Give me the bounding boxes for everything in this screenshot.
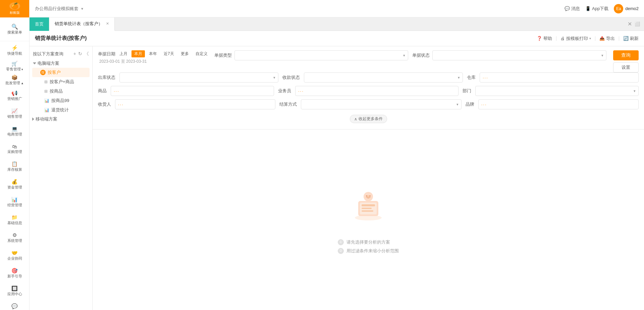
- tab-sales-stat-label: 销货单统计表（按客户）: [55, 21, 103, 27]
- receipt-select[interactable]: ▾: [304, 72, 463, 83]
- department-label: 部门: [463, 88, 471, 94]
- tree-mobile-group[interactable]: 移动端方案: [30, 115, 92, 123]
- date-btn-this-year[interactable]: 本年: [146, 50, 160, 57]
- sidebar-item-enterprise-wechat[interactable]: 💬 企业微信: [0, 300, 29, 310]
- query-actions: 查询 设置: [613, 50, 639, 72]
- sidebar-item-sales-mgmt[interactable]: 📈 销售管理: [0, 105, 29, 122]
- goods-select[interactable]: ···: [111, 86, 274, 96]
- chart-icon-goods-99: 📊: [44, 98, 49, 103]
- tree-group-label-desktop: 电脑端方案: [38, 60, 59, 66]
- export-btn[interactable]: 📤 导出: [599, 36, 615, 42]
- sidebar-search[interactable]: 🔍 搜索菜单: [0, 17, 29, 41]
- right-panel: 单据日期 上月 本月 本年 近7天 更多 自定义 2023: [93, 46, 644, 310]
- export-icon: 📤: [599, 36, 605, 41]
- payment-label: 结算方式: [279, 101, 297, 107]
- tree-desktop-group: 电脑端方案 按 按客户 ⊞ 按客户+商品 ⊞ 按商品: [30, 59, 92, 115]
- sidebar-item-search-menu[interactable]: 🔍 搜索菜单: [0, 20, 29, 38]
- salesperson-select[interactable]: ···: [295, 86, 459, 96]
- department-select[interactable]: ▾: [475, 86, 639, 96]
- add-scheme-btn[interactable]: +: [73, 51, 76, 57]
- svg-point-7: [366, 195, 367, 197]
- grid-icon-customer-goods: ⊞: [44, 80, 48, 84]
- tree-group-label-mobile: 移动端方案: [36, 116, 57, 122]
- page-title: 销货单统计表(按客户): [35, 35, 87, 46]
- print-icon: 🖨: [560, 36, 565, 41]
- tree-item-by-customer-goods[interactable]: ⊞ 按客户+商品: [32, 77, 90, 87]
- filter-row-2: 出库状态 ▾ 收款状态 ▾ 仓库 ···: [98, 72, 639, 83]
- collapse-panel-btn[interactable]: 《: [84, 51, 89, 57]
- tree-item-by-goods[interactable]: ⊞ 按商品: [32, 87, 90, 96]
- logo-area[interactable]: 🍊 标账版: [0, 0, 29, 17]
- app-download-btn[interactable]: 📱 App下载: [585, 6, 608, 12]
- message-btn[interactable]: 💬 消息: [565, 6, 580, 12]
- order-type-select[interactable]: ▾: [234, 50, 409, 60]
- order-status-select[interactable]: ▾: [432, 50, 606, 60]
- divider1: [556, 36, 556, 41]
- date-btn-custom[interactable]: 自定义: [193, 50, 210, 57]
- tree-group-chevron-mobile: [32, 117, 34, 121]
- collapse-btn[interactable]: ∧ 收起更多条件: [350, 115, 387, 123]
- query-btn[interactable]: 查询: [613, 50, 639, 60]
- app-download-icon: 📱: [585, 6, 591, 11]
- maximize-window-icon[interactable]: ⬜: [635, 21, 640, 27]
- warehouse-select[interactable]: ···: [480, 72, 639, 83]
- refresh-icon: 🔄: [623, 36, 629, 41]
- tab-sales-stat[interactable]: 销货单统计表（按客户） ✕: [49, 17, 115, 31]
- filter-row-1: 单据日期 上月 本月 本年 近7天 更多 自定义 2023: [98, 50, 639, 72]
- tree-item-by-goods-99[interactable]: 📊 按商品99: [32, 96, 90, 105]
- empty-icon: [348, 186, 388, 232]
- sidebar-item-purchase-mgmt[interactable]: 🛍 采购管理: [0, 140, 29, 158]
- grid-icon-goods: ⊞: [44, 89, 48, 94]
- sidebar-item-biz-mgmt[interactable]: 📊 经营管理: [0, 193, 29, 211]
- sidebar-item-app-center[interactable]: 🔲 应用中心: [0, 282, 29, 300]
- brand-select[interactable]: ···: [478, 99, 639, 109]
- sidebar-item-enterprise-collab[interactable]: 🤝 企业协同: [0, 247, 29, 264]
- collapse-label: 收起更多条件: [359, 116, 383, 122]
- tabs-bar: 首页 销货单统计表（按客户） ✕ ✕ ⬜: [30, 17, 644, 31]
- refresh-btn[interactable]: 🔄 刷新: [623, 36, 639, 42]
- brand-label: 品牌: [466, 101, 474, 107]
- tab-home[interactable]: 首页: [30, 17, 49, 31]
- sidebar-item-wholesale-mgmt[interactable]: 📦 批发管理 ▲: [0, 73, 29, 87]
- sidebar-item-sys-mgmt[interactable]: ⚙ 系统管理: [0, 229, 29, 247]
- goods-label: 商品: [98, 88, 107, 94]
- close-window-icon[interactable]: ✕: [628, 21, 632, 27]
- sidebar-item-basic-info[interactable]: 📁 基础信息: [0, 211, 29, 229]
- date-btn-this-month[interactable]: 本月: [131, 50, 145, 57]
- sidebar-item-retail-mgmt[interactable]: 🛒 零售管理 ▾: [0, 59, 29, 73]
- user-name: demo2: [625, 6, 639, 11]
- sidebar-item-ecommerce-mgmt[interactable]: 💻 电商管理: [0, 122, 29, 140]
- refresh-scheme-icon[interactable]: ↻: [78, 51, 82, 57]
- tab-close-icon[interactable]: ✕: [106, 21, 109, 26]
- topbar-left: 办公用品行业模拟账套 ▾: [35, 6, 83, 12]
- print-dropdown-icon: ▾: [589, 37, 591, 40]
- topbar-dropdown-icon[interactable]: ▾: [81, 6, 83, 11]
- print-btn[interactable]: 🖨 按模板打印 ▾: [560, 36, 591, 42]
- tree-group-header-desktop[interactable]: 电脑端方案: [32, 59, 90, 68]
- collapse-row: ∧ 收起更多条件: [98, 113, 639, 125]
- recipient-select[interactable]: ···: [115, 99, 275, 109]
- sidebar-item-finance-mgmt[interactable]: 💰 资金管理: [0, 175, 29, 193]
- date-btn-more[interactable]: 更多: [178, 50, 192, 57]
- payment-select[interactable]: ▾: [301, 99, 461, 109]
- tree-item-by-customer[interactable]: 按 按客户: [32, 68, 90, 77]
- left-panel-actions: + ↻ 《: [73, 51, 89, 57]
- tree-item-return-stat[interactable]: 📊 退货统计: [32, 105, 90, 115]
- help-btn[interactable]: ❓ 帮助: [537, 36, 552, 42]
- sidebar-item-quick-nav[interactable]: ⚡ 快捷导航: [0, 41, 29, 59]
- sidebar-item-new-guide[interactable]: 🎯 新手引导: [0, 264, 29, 282]
- hint-num-2: ②: [338, 248, 344, 254]
- settings-btn[interactable]: 设置: [613, 62, 639, 72]
- date-btn-last-7-days[interactable]: 近7天: [161, 50, 177, 57]
- sidebar-item-inventory-check[interactable]: 📋 库存核算: [0, 158, 29, 175]
- left-panel: 按以下方案查询 + ↻ 《 电脑端方案 按 按客户: [30, 46, 93, 310]
- sidebar-item-marketing[interactable]: 📢 营销推广: [0, 87, 29, 105]
- order-status-label: 单据状态: [412, 52, 430, 58]
- page-content: 销货单统计表(按客户) ❓ 帮助 🖨 按模板打印 ▾ 📤 导出: [30, 31, 644, 310]
- outbound-select[interactable]: ▾: [119, 72, 278, 83]
- tree-item-label-by-goods-99: 按商品99: [51, 98, 69, 104]
- svg-rect-4: [362, 208, 372, 209]
- date-btn-prev-month[interactable]: 上月: [117, 50, 130, 57]
- user-area[interactable]: Ea demo2: [614, 4, 639, 13]
- filter-row-3: 商品 ··· 业务员 ··· 部门 ▾: [98, 86, 639, 96]
